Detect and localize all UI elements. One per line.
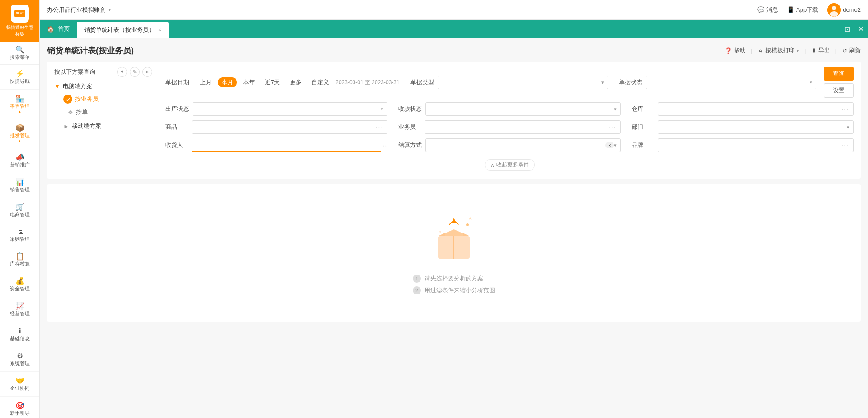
svg-rect-1 xyxy=(16,12,19,14)
empty-tip-num-2: 2 xyxy=(413,286,421,294)
topbar: 办公用品行业模拟账套 ▾ 💬 消息 📱 App下载 de xyxy=(40,0,868,20)
goods-dropdown[interactable]: ··· xyxy=(192,120,387,134)
dept-dropdown[interactable]: ▾ xyxy=(658,120,854,134)
plan-item-sub[interactable]: ❖ 按单 xyxy=(54,106,152,119)
maximize-button[interactable]: ⊡ xyxy=(844,25,850,33)
svg-rect-0 xyxy=(14,10,25,17)
collapse-panel-button[interactable]: « xyxy=(142,67,152,77)
divider1: | xyxy=(751,48,752,54)
add-plan-button[interactable]: + xyxy=(117,67,127,77)
svg-point-6 xyxy=(830,11,838,17)
collapse-icon: « xyxy=(146,69,149,75)
empty-icon xyxy=(427,211,481,266)
page-actions: ❓ 帮助 | 🖨 按模板打印 ▾ | ⬇ 导出 | ↺ 刷新 xyxy=(725,47,861,55)
add-icon: + xyxy=(120,69,123,75)
marketing-icon: 📣 xyxy=(15,153,24,162)
logo-label: 畅捷通好生意标版 xyxy=(6,24,33,37)
sidebar-item-corp[interactable]: 🤝 企业协同 xyxy=(0,372,39,397)
date-tag-this-year[interactable]: 本年 xyxy=(240,77,259,87)
sidebar-item-basic[interactable]: ℹ 基础信息 xyxy=(0,322,39,347)
date-tag-7days[interactable]: 近7天 xyxy=(261,77,283,87)
sidebar-item-sales[interactable]: 📊 销售管理 xyxy=(0,173,39,198)
sidebar-finance-label: 资金管理 xyxy=(10,285,30,292)
date-tag-custom[interactable]: 自定义 xyxy=(308,77,333,87)
sidebar-item-quick[interactable]: ⚡ 快捷导航 xyxy=(0,65,39,90)
tab-close-icon[interactable]: × xyxy=(158,27,161,33)
print-label: 按模板打印 xyxy=(765,47,795,55)
date-tag-last-month[interactable]: 上月 xyxy=(196,77,215,87)
sidebar-item-retail[interactable]: 🏪 零售管理 ▲ xyxy=(0,90,39,119)
edit-plan-button[interactable]: ✎ xyxy=(130,67,140,77)
doctype-dropdown[interactable]: ▾ xyxy=(438,76,608,89)
outstatus-label: 出库状态 xyxy=(165,105,189,113)
sidebar-search[interactable]: 🔍 搜索菜单 xyxy=(0,42,39,65)
tab-home[interactable]: 🏠 首页 xyxy=(40,20,77,38)
help-button[interactable]: ❓ 帮助 xyxy=(725,47,745,55)
settings-button[interactable]: 设置 xyxy=(824,83,854,98)
export-icon: ⬇ xyxy=(811,48,816,54)
dept-label: 部门 xyxy=(632,123,654,131)
search-icon: 🔍 xyxy=(15,45,24,54)
warehouse-dropdown[interactable]: ··· xyxy=(658,102,854,116)
main-area: 办公用品行业模拟账套 ▾ 💬 消息 📱 App下载 de xyxy=(40,0,868,418)
svg-rect-3 xyxy=(20,13,22,14)
docstatus-chevron: ▾ xyxy=(810,80,812,86)
collectstatus-label: 收款状态 xyxy=(398,105,422,113)
svg-marker-11 xyxy=(463,233,470,236)
sidebar-item-inventory[interactable]: 📋 库存核算 xyxy=(0,247,39,272)
print-button[interactable]: 🖨 按模板打印 ▾ xyxy=(758,47,799,55)
query-left-header: 按以下方案查询 + ✎ « xyxy=(54,67,152,77)
refresh-button[interactable]: ↺ 刷新 xyxy=(842,47,861,55)
topbar-right: 💬 消息 📱 App下载 demo2 xyxy=(757,3,861,17)
export-button[interactable]: ⬇ 导出 xyxy=(811,47,830,55)
sidebar-operations-label: 经营管理 xyxy=(10,310,30,317)
plan-group-mobile-header[interactable]: ► 移动端方案 xyxy=(54,120,152,132)
filter-row-4: 收货人 ··· 结算方式 × ▾ xyxy=(165,138,854,152)
settle-clear-icon[interactable]: × xyxy=(608,142,611,148)
sidebar-search-label: 搜索菜单 xyxy=(10,54,30,61)
sidebar-item-finance[interactable]: 💰 资金管理 xyxy=(0,272,39,297)
settle-dropdown[interactable]: × ▾ xyxy=(425,138,620,152)
collapse-button[interactable]: ∧ 收起更多条件 xyxy=(485,159,535,171)
sidebar-item-system[interactable]: ⚙ 系统管理 xyxy=(0,347,39,372)
collectstatus-dropdown[interactable]: ▾ xyxy=(425,102,620,116)
outstatus-dropdown[interactable]: ▾ xyxy=(193,102,387,116)
sidebar-item-operations[interactable]: 📈 经营管理 xyxy=(0,297,39,322)
msg-label: 消息 xyxy=(766,6,778,14)
date-tag-more[interactable]: 更多 xyxy=(286,77,305,87)
consignee-input[interactable] xyxy=(192,138,381,152)
divider2: | xyxy=(804,48,806,54)
filter-field-collectstatus: 收款状态 ▾ xyxy=(398,102,620,116)
sidebar-marketing-label: 营销推广 xyxy=(10,162,30,168)
date-tag-this-month[interactable]: 本月 xyxy=(218,77,237,87)
finance-icon: 💰 xyxy=(15,277,24,285)
sidebar-item-ecommerce[interactable]: 🛒 电商管理 xyxy=(0,198,39,223)
salesman-label: 业务员 xyxy=(398,123,421,131)
tab-sales-stat[interactable]: 销货单统计表（按业务员） × xyxy=(77,22,169,38)
topbar-title[interactable]: 办公用品行业模拟账套 ▾ xyxy=(47,6,111,14)
sidebar-item-newbie[interactable]: 🎯 新手引导 xyxy=(0,397,39,418)
settle-chevron: ▾ xyxy=(614,142,617,148)
topbar-dropdown-icon: ▾ xyxy=(108,7,111,13)
sidebar-item-purchase[interactable]: 🛍 采购管理 xyxy=(0,223,39,247)
plan-item-salesman[interactable]: 按业务员 xyxy=(54,92,152,106)
query-button[interactable]: 查询 xyxy=(824,67,854,81)
docstatus-dropdown[interactable]: ▾ xyxy=(646,76,816,89)
help-icon: ❓ xyxy=(725,48,732,54)
msg-button[interactable]: 💬 消息 xyxy=(757,6,778,14)
sidebar-item-wholesale[interactable]: 📦 批发管理 ▲ xyxy=(0,119,39,148)
brand-dropdown[interactable]: ··· xyxy=(658,138,854,152)
purchase-icon: 🛍 xyxy=(16,228,24,236)
salesman-dropdown[interactable]: ··· xyxy=(425,120,620,134)
user-button[interactable]: demo2 xyxy=(827,3,861,17)
filter-field-date: 单据日期 上月 本月 本年 近7天 更多 自定义 2023-03-01 至 20… xyxy=(165,77,400,87)
sidebar-logo[interactable]: 畅捷通好生意标版 xyxy=(0,0,39,42)
app-download-button[interactable]: 📱 App下载 xyxy=(787,6,818,14)
goods-label: 商品 xyxy=(165,123,188,131)
close-window-button[interactable]: ✕ xyxy=(854,24,868,34)
plan-group-pc-header[interactable]: ▼ 电脑端方案 xyxy=(54,81,152,92)
sidebar-item-marketing[interactable]: 📣 营销推广 xyxy=(0,148,39,173)
collapse-up-icon: ∧ xyxy=(491,162,495,168)
page-header: 销货单统计表(按业务员) ❓ 帮助 | 🖨 按模板打印 ▾ | ⬇ 导出 | xyxy=(47,45,861,56)
query-layout: 按以下方案查询 + ✎ « xyxy=(54,67,854,173)
